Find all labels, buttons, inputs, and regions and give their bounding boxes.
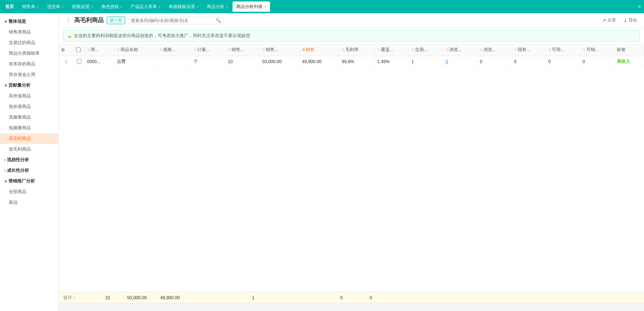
export-icon: ⤓ [623, 18, 627, 23]
sidebar-item-low-value[interactable]: 低价值商品 [0, 101, 58, 112]
tab-purchase[interactable]: 进货单 × [43, 1, 68, 12]
tab-template-close[interactable]: × [197, 5, 199, 9]
tab-analysis[interactable]: 商品分析 × [203, 1, 232, 12]
cell-spec [157, 56, 191, 67]
th-margin-rate-sort-icon: ⇅ [342, 48, 345, 52]
sidebar-item-high-value[interactable]: 高价值商品 [0, 91, 58, 101]
sidebar-item-all-goods[interactable]: 全部商品 [0, 187, 58, 197]
th-name-sort-icon: ⇅ [117, 48, 120, 52]
th-browse2-sort-icon: ⇅ [480, 48, 483, 52]
row-checkbox[interactable] [77, 59, 82, 64]
window-close-button[interactable]: × [638, 4, 641, 10]
th-browse1-sort-icon: ⇅ [446, 48, 449, 52]
sidebar-group-overall-label: 整体信息 [8, 18, 26, 25]
th-name[interactable]: ⇅ 商品名称 [114, 44, 157, 56]
sidebar-group-trend[interactable]: › 流趋性分析 [0, 155, 58, 165]
th-current[interactable]: ⇅ 现有... [512, 44, 546, 56]
cell-tag: 高收入 [614, 56, 644, 67]
cell-browse2: 0 [478, 56, 512, 67]
cell-browse1[interactable]: 0 [443, 56, 477, 67]
sidebar-item-low-freq[interactable]: 低频量商品 [0, 123, 58, 133]
th-unit[interactable]: ⇅ 计量... [191, 44, 225, 56]
sidebar-item-analysis-assist[interactable]: 商品分类辅助率 [0, 48, 58, 59]
tab-analysis-label: 商品分析 [207, 4, 224, 10]
share-label: 分享 [607, 17, 616, 23]
tab-analysis-close[interactable]: × [226, 5, 228, 9]
sidebar-item-new-goods[interactable]: 新品 [0, 197, 58, 208]
tab-sales[interactable]: 销售单 × [18, 1, 43, 12]
search-icon[interactable]: 🔍 [216, 18, 221, 23]
th-available[interactable]: ⇅ 可用... [546, 44, 580, 56]
tab-product-in-close[interactable]: × [158, 5, 161, 9]
search-input[interactable] [131, 18, 216, 23]
th-checkbox [73, 44, 84, 56]
footer-sales-qty-val: 10 [103, 295, 125, 300]
tab-analysis-list[interactable]: 商品分析列表 × [233, 1, 270, 12]
export-button[interactable]: ⤓ 导出 [621, 16, 640, 25]
th-sales-cost[interactable]: ⇅ 销售... [299, 44, 339, 56]
sidebar-item-traded-goods[interactable]: 交易过的商品 [0, 37, 58, 48]
th-margin-rate[interactable]: ⇅ 毛利率 [339, 44, 375, 56]
sidebar-item-high-margin[interactable]: 高毛利商品 [0, 133, 58, 144]
sidebar-group-wealth[interactable]: ∨ 贡献量分析 [0, 80, 58, 91]
sidebar-item-inventory-capital[interactable]: 库存资金占用 [0, 69, 58, 80]
th-saleable[interactable]: ⇅ 可销... [580, 44, 614, 56]
cell-code: 0000... [84, 56, 114, 67]
tab-product-in-label: 产成品入库单 [130, 4, 157, 10]
th-browse1[interactable]: ⇅ 浏览... [443, 44, 477, 56]
gear-icon[interactable]: ⚙ [61, 47, 65, 53]
cell-sales-qty: 10 [226, 56, 260, 67]
th-sales-amount[interactable]: ⇅ 销售... [260, 44, 299, 56]
th-code[interactable]: ⇅ 商... [84, 44, 114, 56]
arrow-trend-icon: › [4, 158, 6, 162]
collapse-button[interactable]: 《 [63, 17, 71, 25]
th-cover[interactable]: ⇅ 覆盖... [375, 44, 409, 56]
sidebar-item-inventory-goods[interactable]: 有库存的商品 [0, 59, 58, 69]
cell-unit: 个 [191, 56, 225, 67]
tab-product-in[interactable]: 产成品入库单 × [127, 1, 164, 12]
tab-role[interactable]: 角色授权 × [98, 1, 126, 12]
tab-role-close[interactable]: × [120, 5, 123, 9]
table-container: ⚙ ⇅ 商... [59, 44, 644, 311]
th-sales-qty-sort-icon: ⇅ [228, 48, 231, 52]
select-all-checkbox[interactable] [76, 47, 81, 52]
tab-sales-label: 销售单 [22, 4, 35, 10]
tab-sales-close[interactable]: × [37, 5, 39, 9]
sidebar-group-overall[interactable]: ∨ 整体信息 [0, 16, 58, 27]
tab-template[interactable]: 单据模板设置 × [165, 1, 202, 12]
cell-sales-amount: 50,000.00 [260, 56, 299, 67]
share-button[interactable]: ↗ 分享 [600, 16, 618, 25]
share-icon: ↗ [602, 18, 606, 23]
cell-available: 0 [546, 56, 580, 67]
tab-home[interactable]: 首页 [1, 1, 18, 12]
search-box: 🔍 [128, 17, 224, 24]
tab-purchase-label: 进货单 [47, 4, 60, 10]
tab-permission[interactable]: 权限设置 × [68, 1, 97, 12]
header-actions: ↗ 分享 ⤓ 导出 [600, 16, 640, 25]
sidebar-item-low-margin[interactable]: 低毛利商品 [0, 144, 58, 155]
sidebar-item-sales-goods[interactable]: 销售类商品 [0, 27, 58, 37]
cell-sales-cost: 49,900.00 [299, 56, 339, 67]
scrollbar-area[interactable] [59, 303, 644, 311]
th-browse2[interactable]: ⇅ 浏览... [478, 44, 512, 56]
sidebar-group-marketing[interactable]: ∨ 营销推广分析 [0, 176, 58, 187]
sidebar-group-growth[interactable]: › 成长性分析 [0, 165, 58, 176]
sidebar-group-marketing-label: 营销推广分析 [8, 178, 35, 184]
sidebar-group-trend-label: 流趋性分析 [7, 157, 29, 163]
cell-current: 0 [512, 56, 546, 67]
th-saleable-sort-icon: ⇅ [583, 48, 586, 52]
tab-purchase-close[interactable]: × [62, 5, 64, 9]
cell-transaction: 1 [409, 56, 443, 67]
th-code-sort-icon: ⇅ [87, 48, 90, 52]
sidebar-item-high-freq[interactable]: 高频量商品 [0, 112, 58, 123]
th-tag[interactable]: 标签 [614, 44, 644, 56]
tab-permission-label: 权限设置 [72, 4, 90, 10]
cell-name: 运费 [114, 56, 157, 67]
th-sales-qty[interactable]: ⇅ 销售... [226, 44, 260, 56]
tab-analysis-list-close[interactable]: × [264, 5, 266, 9]
th-transaction[interactable]: ⇅ 交易... [409, 44, 443, 56]
time-filter-button[interactable]: 近一月 [107, 17, 125, 24]
tab-permission-close[interactable]: × [91, 5, 93, 9]
th-spec[interactable]: ⇅ 规格... [157, 44, 191, 56]
sidebar-group-growth-label: 成长性分析 [7, 167, 29, 174]
